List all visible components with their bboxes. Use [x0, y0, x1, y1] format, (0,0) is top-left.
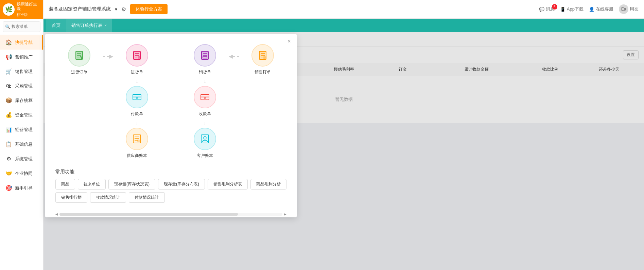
sidebar-item-enterprise[interactable]: 🤝 企业协同 — [0, 166, 43, 181]
user-menu[interactable]: Ea 用友 — [619, 4, 639, 14]
flow-item-sales-order[interactable]: 销售订单 — [239, 44, 286, 75]
flow-circle-purchase-bill — [126, 44, 148, 67]
flow-item-purchase-bill[interactable]: 进货单 — [113, 44, 161, 75]
sidebar-item-operations[interactable]: 📊 经营管理 — [0, 122, 43, 137]
sidebar-item-basic-info[interactable]: 📋 基础信息 — [0, 137, 43, 151]
chevron-down-icon: ▾ — [115, 6, 117, 12]
search-icon: 🔍 — [5, 24, 10, 29]
target-icon: 🎯 — [5, 185, 12, 191]
common-btn-product-profit[interactable]: 商品毛利分析 — [250, 179, 286, 190]
svg-point-35 — [204, 137, 206, 139]
home-icon: 🏠 — [5, 39, 12, 46]
common-btn-partner[interactable]: 往来单位 — [78, 179, 106, 190]
logo-area: 🌿 畅康通好生意 标准版 — [0, 0, 43, 19]
tab-close-icon[interactable]: × — [104, 23, 107, 28]
popup-overlay: × — [43, 32, 644, 270]
bag-icon: 🛍 — [5, 83, 12, 89]
cart-icon: 🛒 — [5, 68, 12, 75]
chart-icon: 📊 — [5, 126, 12, 133]
common-btn-stock-dist[interactable]: 现存量(库存分布表) — [158, 179, 205, 190]
scroll-thumb[interactable] — [59, 213, 238, 216]
online-service-button[interactable]: 👤 在线客服 — [589, 6, 613, 12]
common-buttons-row1: 商品 往来单位 现存量(库存状况表) 现存量(库存分布表) 销售毛利分析表 商品… — [55, 179, 286, 190]
box-icon: 📦 — [5, 97, 12, 104]
flow-row-arrows: ↓ ↓ — [55, 78, 286, 86]
flow-circle-customer-account — [194, 128, 216, 150]
user-avatar: Ea — [619, 4, 628, 14]
tab-bar: 首页 销售订单执行表 × — [43, 19, 644, 32]
scroll-track[interactable] — [59, 213, 282, 216]
common-section: 常用功能 商品 往来单位 现存量(库存状况表) 现存量(库存分布表) 销售毛利分… — [45, 169, 297, 210]
sidebar-item-inventory[interactable]: 📦 库存核算 — [0, 93, 43, 108]
popup-scrollbar: ◀ ▶ — [45, 210, 297, 216]
sidebar-item-purchase[interactable]: 🛍 采购管理 — [0, 79, 43, 93]
download-icon: 📱 — [560, 7, 565, 12]
search-menu-button[interactable]: 🔍 搜索菜单 — [3, 21, 40, 32]
clipboard-icon: 📋 — [5, 141, 12, 147]
svg-point-11 — [138, 56, 140, 59]
scroll-left-arrow[interactable]: ◀ — [55, 212, 58, 216]
flow-item-receipt-bill[interactable]: ¥ 收款单 — [181, 86, 229, 117]
svg-text:¥: ¥ — [136, 96, 138, 100]
common-btn-product[interactable]: 商品 — [55, 179, 75, 190]
common-btn-payment-stat[interactable]: 付款情况统计 — [129, 192, 165, 203]
sidebar-nav: 🏠 快捷导航 📢 营销推广 🛒 销售管理 🛍 采购管理 📦 库存核算 💰 资金管… — [0, 35, 43, 270]
popup-close-button[interactable]: × — [286, 38, 293, 45]
common-btn-receipt-stat[interactable]: 收款情况统计 — [90, 192, 126, 203]
sidebar-item-system[interactable]: ⚙ 系统管理 — [0, 151, 43, 166]
flow-item-purchase-order[interactable]: 进货订单 — [55, 44, 103, 75]
flow-circle-payment-bill: ¥ — [126, 86, 148, 108]
sidebar-item-marketing[interactable]: 📢 营销推广 — [0, 50, 43, 64]
common-btn-sales-profit[interactable]: 销售毛利分析表 — [208, 179, 248, 190]
flow-item-supplier-account[interactable]: 供应商账本 — [113, 128, 161, 159]
system-dropdown[interactable]: ▾ — [115, 6, 117, 12]
logo-icon: 🌿 — [3, 3, 15, 16]
trial-button[interactable]: 体验行业方案 — [130, 4, 168, 14]
sidebar-item-guide[interactable]: 🎯 新手引导 — [0, 181, 43, 195]
flow-item-customer-account[interactable]: 客户账本 — [181, 128, 229, 159]
popup-panel: × — [45, 34, 297, 217]
system-title: 装备及固定资产辅助管理系统 — [49, 6, 111, 12]
common-btn-stock-status[interactable]: 现存量(库存状况表) — [108, 179, 155, 190]
flow-row-1: 进货订单 ▶ — [55, 44, 286, 75]
flow-circle-receipt-bill: ¥ — [194, 86, 216, 108]
handshake-icon: 🤝 — [5, 170, 12, 177]
tab-home[interactable]: 首页 — [46, 19, 66, 32]
header-right: 💬 消息 5 📱 App下载 👤 在线客服 Ea 用友 — [539, 4, 639, 14]
flow-row-2: ¥ 付款单 ¥ 收款单 — [55, 86, 286, 117]
scroll-right-arrow[interactable]: ▶ — [284, 212, 286, 216]
common-buttons-row2: 销售排行榜 收款情况统计 付款情况统计 — [55, 192, 286, 203]
settings-icon[interactable]: ⚙ — [121, 6, 126, 13]
svg-rect-22 — [263, 56, 266, 59]
message-icon: 💬 — [539, 7, 544, 12]
flow-item-sales-bill[interactable]: 销货单 — [181, 44, 229, 75]
flow-circle-sales-bill — [194, 44, 216, 67]
flow-item-payment-bill[interactable]: ¥ 付款单 — [113, 86, 161, 117]
gear-icon: ⚙ — [5, 156, 12, 162]
sidebar: 🌿 畅康通好生意 标准版 🔍 搜索菜单 🏠 快捷导航 📢 营销推广 🛒 销售管理… — [0, 0, 43, 270]
svg-rect-33 — [137, 140, 140, 142]
flow-section: 进货订单 ▶ — [45, 34, 297, 169]
logo-text: 畅康通好生意 标准版 — [17, 2, 40, 17]
sidebar-item-quick-nav[interactable]: 🏠 快捷导航 — [0, 35, 43, 50]
flow-row-arrows2: ↓ ↓ — [55, 120, 286, 128]
flow-circle-supplier-account — [126, 128, 148, 150]
svg-text:¥: ¥ — [204, 96, 206, 100]
megaphone-icon: 📢 — [5, 54, 12, 60]
flow-circle-sales-order — [251, 44, 274, 67]
flow-circle-purchase-order — [68, 44, 90, 67]
sidebar-item-finance[interactable]: 💰 资金管理 — [0, 108, 43, 122]
message-button[interactable]: 💬 消息 5 — [539, 6, 555, 12]
sidebar-search: 🔍 搜索菜单 — [0, 19, 43, 35]
app-download-button[interactable]: 📱 App下载 — [560, 6, 584, 12]
common-functions-title: 常用功能 — [55, 169, 286, 175]
header: 装备及固定资产辅助管理系统 ▾ ⚙ 体验行业方案 💬 消息 5 📱 App下载 … — [43, 0, 644, 19]
tab-sales-order[interactable]: 销售订单执行表 × — [66, 19, 112, 32]
message-badge: 5 — [552, 4, 557, 10]
sidebar-item-sales[interactable]: 🛒 销售管理 — [0, 64, 43, 79]
common-btn-sales-rank[interactable]: 销售排行榜 — [55, 192, 87, 203]
service-icon: 👤 — [589, 7, 594, 12]
money-icon: 💰 — [5, 112, 12, 118]
flow-row-3: 供应商账本 客户账本 — [55, 128, 286, 159]
